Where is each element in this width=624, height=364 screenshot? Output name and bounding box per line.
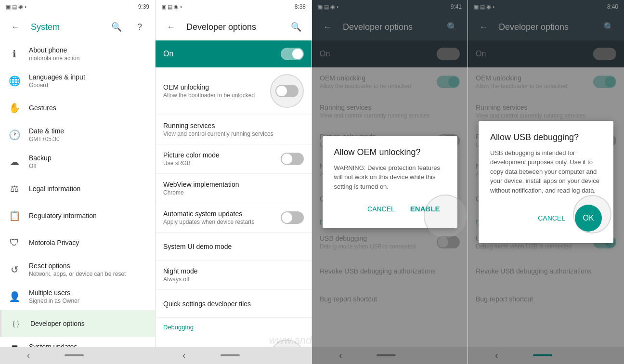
settings-item-legal[interactable]: ⚖ Legal information: [0, 175, 155, 202]
settings-item-backup[interactable]: ☁ Backup Off: [0, 148, 155, 175]
dev-header-2: ← Developer options 🔍: [156, 13, 312, 40]
backup-subtitle: Off: [29, 163, 147, 169]
demo-title-2: System UI demo mode: [163, 243, 304, 250]
color-toggle-2[interactable]: [281, 153, 304, 165]
dev-item-demo-2[interactable]: System UI demo mode: [156, 233, 312, 260]
reset-subtitle: Network, apps, or device can be reset: [29, 271, 147, 277]
app-bar-1: ← System 🔍 ?: [0, 13, 155, 40]
settings-item-regulatory[interactable]: 📋 Regulatory information: [0, 202, 155, 229]
settings-list: ℹ About phone motorola one action 🌐 Lang…: [0, 40, 155, 347]
color-subtitle-2: Use sRGB: [163, 160, 281, 167]
developer-title: Developer options: [30, 320, 147, 327]
on-toggle-2[interactable]: [281, 48, 304, 60]
about-subtitle: motorola one action: [29, 55, 147, 62]
oem-toggle-thumb-2: [276, 86, 287, 96]
settings-item-languages[interactable]: 🌐 Languages & input Gboard: [0, 67, 155, 94]
about-title: About phone: [29, 46, 147, 54]
oem-dialog: Allow OEM unlocking? WARNING: Device pro…: [323, 136, 457, 229]
settings-item-about[interactable]: ℹ About phone motorola one action: [0, 40, 155, 67]
toggle-circle-highlight-2: [270, 74, 304, 108]
usb-ok-button[interactable]: OK: [575, 205, 602, 232]
dev-item-oem-2[interactable]: OEM unlocking Allow the bootloader to be…: [156, 67, 312, 115]
about-icon: ℹ: [8, 47, 21, 61]
home-nav-1[interactable]: [65, 354, 84, 356]
status-time-2: 8:38: [295, 3, 306, 10]
settings-item-datetime[interactable]: 🕐 Date & time GMT+05:30: [0, 121, 155, 148]
back-button-1[interactable]: ←: [8, 19, 23, 35]
nightmode-title-2: Night mode: [163, 267, 304, 275]
backup-icon: ☁: [8, 155, 21, 169]
settings-item-privacy[interactable]: 🛡 Motorola Privacy: [0, 229, 155, 256]
legal-icon: ⚖: [8, 182, 21, 195]
oem-dialog-overlay[interactable]: Allow OEM unlocking? WARNING: Device pro…: [312, 0, 468, 364]
oem-dialog-title: Allow OEM unlocking?: [334, 147, 446, 157]
languages-icon: 🌐: [8, 74, 21, 88]
dev-item-nightmode-2[interactable]: Night mode Always off: [156, 260, 312, 290]
settings-item-developer[interactable]: { } Developer options: [0, 310, 155, 337]
autoupdates-toggle-2[interactable]: [281, 211, 304, 224]
autoupdates-toggle-thumb-2: [282, 212, 292, 223]
gestures-icon: ✋: [8, 101, 21, 115]
back-button-2[interactable]: ←: [163, 19, 179, 35]
users-title: Multiple users: [29, 289, 147, 297]
panel-developer-oem-dialog: ▣ ▤ ◉ • 9:41 ← Developer options 🔍 On OE…: [312, 0, 468, 364]
usb-dialog-title: Allow USB debugging?: [490, 132, 602, 143]
usb-toggle-circle-2: [270, 339, 304, 347]
autoupdates-title-2: Automatic system updates: [163, 210, 281, 218]
settings-item-users[interactable]: 👤 Multiple users Signed in as Owner: [0, 283, 155, 310]
languages-subtitle: Gboard: [29, 82, 147, 89]
search-button-2[interactable]: 🔍: [288, 19, 304, 35]
webview-subtitle-2: Chrome: [163, 189, 304, 196]
app-title-1: System: [31, 22, 101, 32]
dev-item-color-2[interactable]: Picture color mode Use sRGB: [156, 144, 312, 174]
webview-title-2: WebView implementation: [163, 181, 304, 188]
datetime-subtitle: GMT+05:30: [29, 136, 147, 143]
dev-item-usb-2[interactable]: USB debugging Debug mode when USB is con…: [156, 333, 312, 347]
settings-item-updates[interactable]: 📱 System updates Updated to Android 9: [0, 337, 155, 347]
oem-toggle-2[interactable]: [275, 85, 299, 97]
ok-circle-container: OK: [575, 205, 602, 232]
reset-icon: ↺: [8, 263, 21, 276]
panel-system-settings: ▣ ▤ ◉ • 9:39 ← System 🔍 ? ℹ About phone …: [0, 0, 156, 364]
color-toggle-thumb-2: [282, 154, 292, 164]
usb-toggle-container-2: [270, 339, 304, 347]
back-nav-2[interactable]: ‹: [182, 351, 185, 361]
oem-subtitle-2: Allow the bootloader to be unlocked: [163, 92, 270, 99]
back-nav-1[interactable]: ‹: [27, 351, 30, 361]
settings-item-reset[interactable]: ↺ Reset options Network, apps, or device…: [0, 256, 155, 283]
color-title-2: Picture color mode: [163, 151, 281, 159]
status-time-1: 9:39: [138, 3, 149, 10]
oem-toggle-container-2: [270, 74, 304, 108]
dev-item-webview-2[interactable]: WebView implementation Chrome: [156, 174, 312, 203]
bottom-nav-2: ‹: [156, 347, 312, 364]
developer-icon: { }: [9, 317, 23, 330]
running-title-2: Running services: [163, 122, 304, 130]
reset-title: Reset options: [29, 262, 147, 270]
enable-circle-highlight: [424, 195, 467, 238]
status-icons-1: ▣ ▤ ◉ •: [6, 4, 26, 10]
oem-cancel-button[interactable]: Cancel: [362, 201, 401, 217]
search-button-1[interactable]: 🔍: [109, 19, 124, 35]
home-nav-2[interactable]: [221, 354, 240, 356]
panel-developer-options: ▣ ▤ ◉ • 8:38 ← Developer options 🔍 On OE…: [156, 0, 312, 364]
status-icons-2: ▣ ▤ ◉ •: [161, 4, 182, 10]
backup-title: Backup: [29, 154, 147, 162]
oem-dialog-body: WARNING: Device protection features will…: [334, 163, 446, 192]
usb-dialog-overlay[interactable]: Allow USB debugging? USB debugging is in…: [468, 0, 624, 364]
on-label-2: On: [163, 50, 281, 58]
privacy-icon: 🛡: [8, 236, 21, 249]
bottom-nav-1: ‹: [0, 347, 155, 364]
debugging-header-2: Debugging: [156, 318, 312, 333]
dev-item-running-2[interactable]: Running services View and control curren…: [156, 115, 312, 144]
datetime-icon: 🕐: [8, 128, 21, 142]
oem-title-2: OEM unlocking: [163, 83, 270, 91]
dev-item-qstiles-2[interactable]: Quick settings developer tiles: [156, 290, 312, 318]
dev-item-autoupdates-2[interactable]: Automatic system updates Apply updates w…: [156, 203, 312, 233]
help-button-1[interactable]: ?: [132, 19, 147, 35]
on-row-2[interactable]: On: [156, 40, 312, 67]
settings-item-gestures[interactable]: ✋ Gestures: [0, 94, 155, 121]
regulatory-title: Regulatory information: [29, 212, 147, 220]
usb-cancel-button[interactable]: Cancel: [532, 205, 571, 232]
on-toggle-thumb-2: [292, 49, 303, 59]
usb-dialog-actions: Cancel OK: [490, 205, 602, 232]
